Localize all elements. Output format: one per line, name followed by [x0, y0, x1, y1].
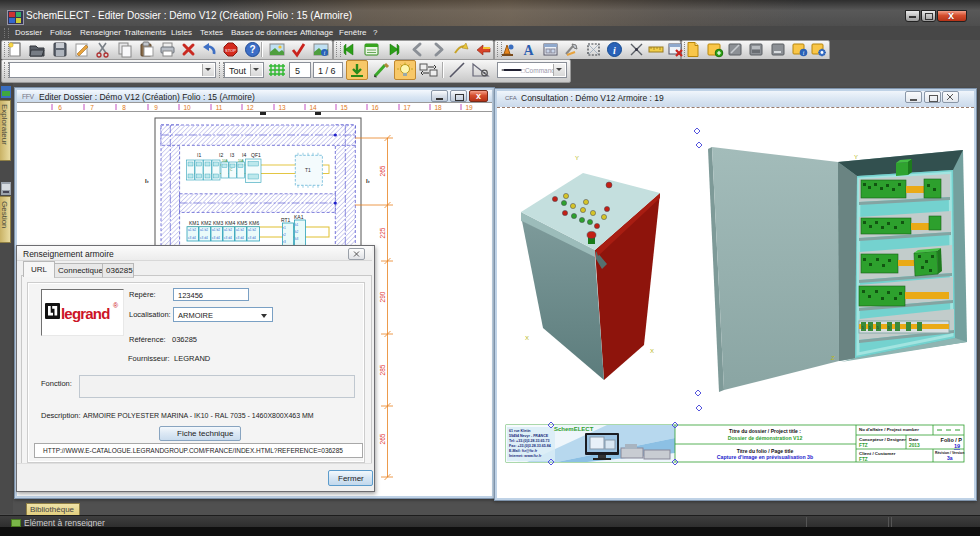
svg-text:a1 b2: a1 b2: [188, 228, 196, 232]
svg-text:15: 15: [340, 104, 348, 111]
svg-text:c3 d4: c3 d4: [236, 236, 244, 240]
svg-text:k2: k2: [295, 230, 299, 234]
svg-text:2013: 2013: [909, 443, 920, 448]
svg-text:®: ®: [113, 302, 119, 309]
svg-text:10: 10: [183, 104, 191, 111]
svg-text:c3 d4: c3 d4: [212, 236, 220, 240]
svg-text:59494 Nevyr - FRANCE: 59494 Nevyr - FRANCE: [509, 434, 549, 438]
svg-text:k1: k1: [295, 223, 299, 227]
svg-text:10A: 10A: [238, 159, 245, 163]
svg-text:c3 d4: c3 d4: [248, 236, 256, 240]
svg-text:265: 265: [379, 433, 386, 444]
svg-text:Fax: +33.(0)3.28.33.65.84: Fax: +33.(0)3.28.33.65.84: [509, 444, 551, 448]
svg-text:RT1: RT1: [281, 217, 291, 223]
svg-text:KM4: KM4: [225, 220, 236, 226]
svg-text:a1 b2: a1 b2: [236, 228, 244, 232]
svg-text:17: 17: [403, 104, 411, 111]
svg-text:r2: r2: [283, 233, 286, 237]
svg-text:T1: T1: [305, 167, 311, 173]
svg-text:Y: Y: [575, 155, 579, 161]
svg-text:Z: Z: [831, 355, 835, 361]
svg-text:19: 19: [465, 104, 473, 111]
svg-text:i: i: [613, 45, 616, 56]
svg-text:KM5: KM5: [237, 220, 248, 226]
svg-text:STOP: STOP: [225, 48, 236, 53]
svg-text:I3: I3: [230, 152, 234, 158]
svg-text:A: A: [523, 43, 534, 58]
svg-text:I4: I4: [242, 152, 246, 158]
svg-text:Y: Y: [854, 154, 858, 160]
svg-text:a1 b2: a1 b2: [212, 228, 220, 232]
svg-text:I1: I1: [197, 152, 201, 158]
svg-text:6: 6: [58, 104, 62, 111]
svg-text:a1 b2: a1 b2: [248, 228, 256, 232]
svg-text:14: 14: [309, 104, 317, 111]
svg-text:290: 290: [379, 291, 386, 302]
svg-text:c3 d4: c3 d4: [200, 236, 208, 240]
svg-text:11: 11: [216, 104, 223, 111]
svg-text:285: 285: [379, 364, 386, 375]
svg-text:10A: 10A: [222, 159, 229, 163]
svg-text:X: X: [650, 348, 654, 354]
svg-text:No d'affaire / Project number: No d'affaire / Project number: [859, 427, 919, 432]
svg-text:Concepteur / Designer: Concepteur / Designer: [859, 437, 906, 442]
svg-text:Date: Date: [909, 437, 919, 442]
svg-text:legrand: legrand: [61, 305, 110, 322]
svg-text:16: 16: [371, 104, 379, 111]
svg-text:a1 b2: a1 b2: [224, 228, 232, 232]
svg-text:Tel: +33.(0)3.28.33.65.73: Tel: +33.(0)3.28.33.65.73: [509, 439, 550, 443]
svg-text:r3: r3: [283, 240, 286, 244]
svg-text:18: 18: [434, 104, 442, 111]
svg-text:a1 b2: a1 b2: [200, 228, 208, 232]
svg-text:9: 9: [154, 104, 158, 111]
svg-text:k3: k3: [295, 237, 299, 241]
svg-text:19: 19: [954, 443, 960, 449]
svg-text:Titre du dossier / Project tit: Titre du dossier / Project title :: [729, 428, 801, 434]
svg-text:X: X: [525, 335, 529, 341]
svg-text:I›: I›: [145, 178, 149, 184]
svg-text:61 rue Kletin: 61 rue Kletin: [509, 429, 531, 433]
svg-text:225: 225: [379, 227, 386, 238]
svg-text:265: 265: [379, 165, 386, 176]
svg-text:13: 13: [278, 104, 286, 111]
svg-text:c3 d4: c3 d4: [224, 236, 232, 240]
svg-text:SchemELECT: SchemELECT: [554, 426, 594, 432]
svg-text:KA1: KA1: [294, 214, 304, 220]
svg-text:r1: r1: [283, 226, 286, 230]
svg-text:QF1: QF1: [251, 152, 261, 158]
svg-text:I›: I›: [366, 178, 370, 184]
svg-text:FTZ: FTZ: [859, 443, 868, 448]
svg-text:7: 7: [90, 104, 94, 111]
svg-text:KM2: KM2: [201, 220, 212, 226]
svg-text:?: ?: [249, 44, 255, 55]
svg-text:12: 12: [246, 104, 254, 111]
svg-text:Dossier de démonstration V12: Dossier de démonstration V12: [728, 435, 803, 441]
svg-text:KM3: KM3: [213, 220, 224, 226]
svg-text:Client / Customer: Client / Customer: [859, 451, 896, 456]
svg-text:3a: 3a: [947, 455, 953, 461]
svg-text:Capture d'image en prévisualis: Capture d'image en prévisualisation 3b: [717, 454, 813, 460]
svg-text:KM1: KM1: [189, 220, 200, 226]
svg-text:FTZ: FTZ: [859, 457, 868, 462]
svg-text:KM6: KM6: [249, 220, 260, 226]
svg-text:8: 8: [122, 104, 126, 111]
svg-text:c3 d4: c3 d4: [188, 236, 196, 240]
svg-text:E-Mail: ftz@ftz.fr: E-Mail: ftz@ftz.fr: [509, 449, 538, 453]
svg-text:I2: I2: [219, 152, 223, 158]
svg-text:Internet: www.ftz.fr: Internet: www.ftz.fr: [509, 454, 542, 458]
